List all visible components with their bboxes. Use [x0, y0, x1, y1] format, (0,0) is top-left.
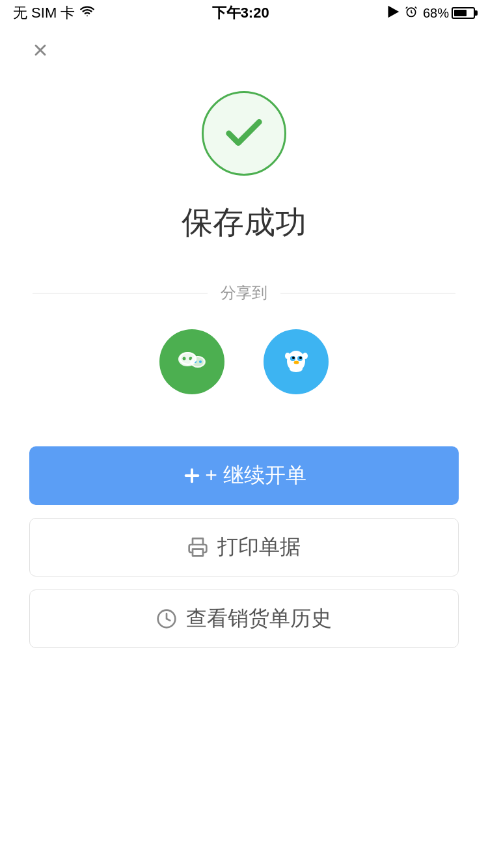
svg-point-19 — [285, 353, 290, 359]
divider-line-left — [33, 293, 208, 293]
svg-point-17 — [299, 357, 302, 359]
plus-icon — [182, 465, 202, 486]
svg-rect-24 — [193, 549, 203, 556]
continue-button[interactable]: + 继续开单 — [29, 446, 459, 505]
print-label: 打印单据 — [217, 533, 301, 562]
status-left: 无 SIM 卡 — [13, 3, 94, 23]
battery-indicator: 68% — [423, 6, 475, 21]
clock-icon — [156, 608, 177, 629]
action-buttons: + 继续开单 打印单据 查看销货单历史 — [29, 446, 459, 648]
svg-point-16 — [292, 357, 295, 359]
svg-point-10 — [199, 360, 202, 363]
print-icon — [187, 537, 208, 558]
success-icon-circle — [202, 91, 286, 176]
success-title: 保存成功 — [182, 202, 306, 243]
status-right: 68% — [386, 5, 475, 21]
qq-share-button[interactable] — [264, 329, 329, 394]
alarm-icon — [405, 5, 418, 21]
svg-point-20 — [303, 353, 308, 359]
battery-icon — [452, 7, 475, 19]
history-button[interactable]: 查看销货单历史 — [29, 590, 459, 648]
svg-marker-1 — [388, 5, 399, 17]
svg-point-18 — [293, 360, 299, 364]
close-button[interactable] — [26, 36, 55, 64]
status-bar: 无 SIM 卡 下午3:20 68% — [0, 0, 488, 26]
divider-line-right — [280, 293, 455, 293]
share-divider: 分享到 — [0, 282, 488, 303]
no-sim-label: 无 SIM 卡 — [13, 3, 75, 23]
continue-label: + 继续开单 — [205, 461, 306, 490]
share-icons-group — [159, 329, 329, 394]
share-label: 分享到 — [208, 282, 280, 303]
print-button[interactable]: 打印单据 — [29, 518, 459, 576]
svg-point-21 — [290, 366, 303, 372]
svg-point-0 — [87, 15, 88, 16]
location-icon — [386, 5, 400, 21]
svg-point-6 — [190, 356, 206, 368]
battery-percent: 68% — [423, 6, 449, 21]
history-label: 查看销货单历史 — [186, 604, 332, 633]
wechat-share-button[interactable] — [159, 329, 224, 394]
svg-point-7 — [182, 357, 185, 360]
wifi-icon — [80, 4, 94, 22]
status-time: 下午3:20 — [212, 3, 269, 23]
main-content: 保存成功 分享到 — [0, 26, 488, 648]
